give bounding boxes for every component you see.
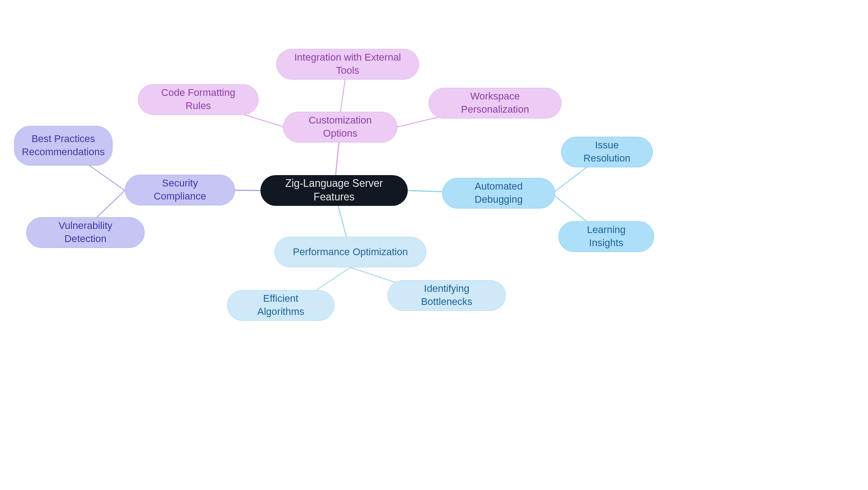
node-issue-resolution: Issue Resolution	[561, 137, 653, 167]
label-best-practices: Best Practices Recommendations	[22, 133, 104, 158]
label-learning: Learning Insights	[572, 224, 640, 249]
node-performance: Performance Optimization	[274, 237, 426, 267]
label-integration: Integration with External Tools	[290, 51, 405, 77]
node-customization: Customization Options	[283, 112, 397, 143]
label-algorithms: Efficient Algorithms	[241, 292, 321, 318]
node-bottlenecks: Identifying Bottlenecks	[387, 280, 506, 311]
node-workspace: Workspace Personalization	[429, 88, 561, 119]
node-vulnerability: Vulnerability Detection	[26, 217, 145, 248]
label-bottlenecks: Identifying Bottlenecks	[401, 282, 492, 308]
node-formatting: Code Formatting Rules	[138, 84, 259, 115]
node-best-practices: Best Practices Recommendations	[14, 126, 113, 166]
center-node: Zig-Language Server Features	[260, 175, 408, 206]
node-integration: Integration with External Tools	[276, 49, 419, 80]
label-performance: Performance Optimization	[293, 246, 408, 259]
label-security: Security Compliance	[139, 177, 221, 203]
label-vulnerability: Vulnerability Detection	[40, 219, 131, 245]
node-algorithms: Efficient Algorithms	[227, 290, 335, 321]
node-learning: Learning Insights	[558, 221, 654, 252]
mindmap-canvas: Zig-Language Server Features Customizati…	[0, 0, 868, 490]
center-label: Zig-Language Server Features	[274, 177, 394, 204]
label-customization: Customization Options	[297, 114, 383, 140]
label-workspace: Workspace Personalization	[443, 90, 547, 116]
label-formatting: Code Formatting Rules	[152, 86, 245, 112]
label-debugging: Automated Debugging	[456, 180, 541, 206]
label-issue-resolution: Issue Resolution	[575, 139, 639, 165]
node-security: Security Compliance	[125, 175, 235, 205]
node-debugging: Automated Debugging	[442, 178, 555, 209]
